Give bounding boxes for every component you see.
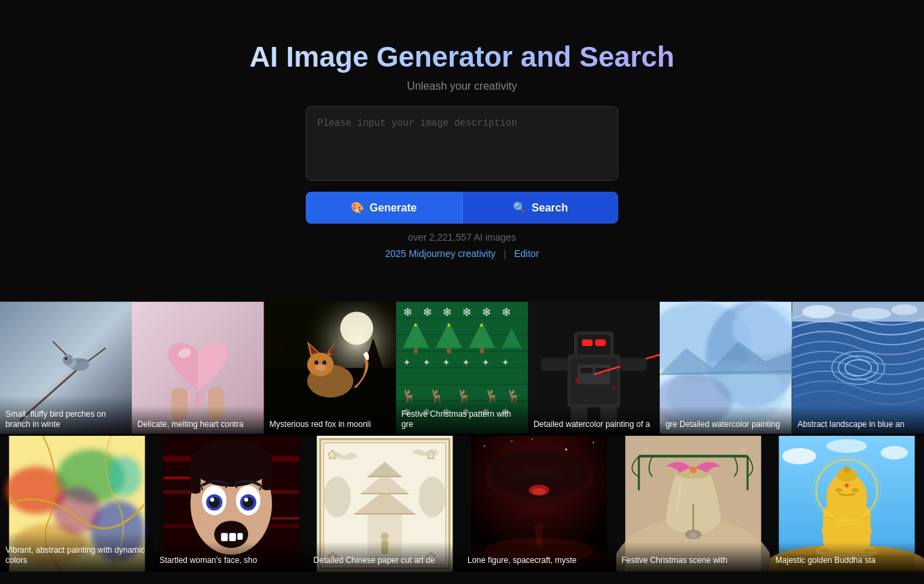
action-buttons: 🎨 Generate 🔍 Search [306,192,618,224]
gallery-item-robot[interactable]: Detailed watercolor painting of a [528,300,660,436]
nav-links: 2025 Midjourney creativity | Editor [14,248,910,259]
gallery-item-buddha[interactable]: Majestic golden Buddha sta [770,436,924,572]
page-title: AI Image Generator and Search [14,41,910,73]
search-label: Search [532,202,568,214]
gallery-item-heart[interactable]: Delicate, melting heart contra [132,300,264,436]
editor-link[interactable]: Editor [514,248,539,259]
search-button[interactable]: 🔍 Search [462,192,619,224]
gallery-row-1: Small, fluffy bird perches on branch in … [0,300,924,436]
gallery-item-spacecraft[interactable]: Lone figure, spacecraft, myste [462,436,616,572]
generate-icon: 🎨 [351,201,364,214]
gallery-item-ink[interactable]: Vibrant, abstract painting with dynamic … [0,436,154,572]
gallery-item-scared[interactable]: Startled woman's face, sho [154,436,308,572]
gallery-row-2: Vibrant, abstract painting with dynamic … [0,436,924,572]
search-icon: 🔍 [513,201,527,214]
gallery-item-bell[interactable]: ❄ ❄ Festive Christmas scene with [616,436,770,572]
gallery-item-chinese[interactable]: ✿ ✿ ✿ ✿ Detailed Chinese paper cut art d… [308,436,462,572]
images-count: over 2,221,557 AI images [14,232,910,243]
generate-button[interactable]: 🎨 Generate [306,192,462,224]
generate-label: Generate [370,202,416,214]
gallery-item-abstract-blue[interactable]: Abstract landscape in blue an [792,300,924,436]
image-description-input[interactable] [306,106,618,181]
page-subtitle: Unleash your creativity [14,80,910,92]
links-separator: | [503,248,506,259]
midjourney-link[interactable]: 2025 Midjourney creativity [385,248,496,259]
gallery-item-watercolor[interactable]: gre Detailed watercolor painting [660,300,792,436]
gallery-item-christmas[interactable]: ❄ ❄ ❄ ❄ ❄ ❄ ★ ★ ★ ✦ ✦ ✦ ✦ ✦ ✦ 🦌 🦌 🦌 🦌 🦌 [396,300,528,436]
gallery-item-bird[interactable]: Small, fluffy bird perches on branch in … [0,300,132,436]
gallery-item-fox[interactable]: Mysterious red fox in moonli [264,300,396,436]
